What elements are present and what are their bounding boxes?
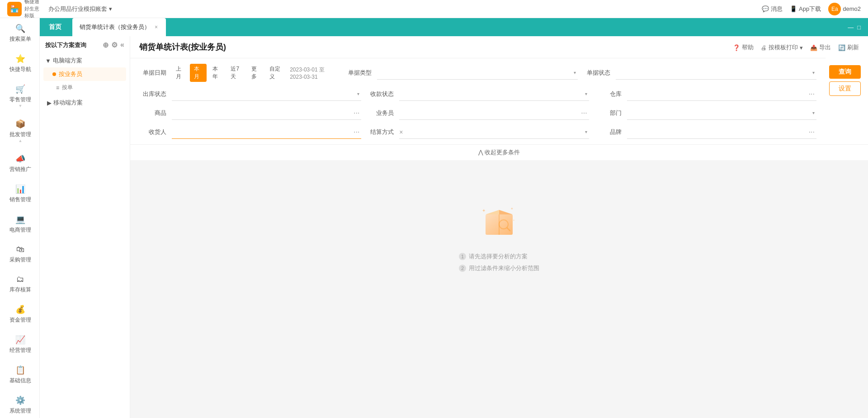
receipt-status-field[interactable]: ▾ [399,87,589,101]
goods-field[interactable]: ··· [172,106,361,120]
settlement-field[interactable]: × ▾ [399,125,589,139]
empty-tips: 1 请先选择要分析的方案 2 用过滤条件来缩小分析范围 [459,251,539,274]
sidebar-item-quicknav[interactable]: ⭐ 快捷导航 [0,48,39,79]
scheme-group-desktop-header[interactable]: ▼ 电脑端方案 [43,54,126,67]
user-area[interactable]: Ea demo2 [828,3,861,15]
settlement-clear-button[interactable]: × [399,128,403,136]
help-label: 帮助 [742,43,754,52]
marketing-icon: 📣 [15,154,25,164]
date-range: 2023-03-01 至 2023-03-31 [290,66,339,80]
chevron-right-icon: ▶ [47,100,52,106]
scheme-group-mobile-header[interactable]: ▶ 移动端方案 [43,96,126,109]
empty-tip-1-text: 请先选择要分析的方案 [469,251,528,262]
scheme-group-mobile-label: 移动端方案 [53,99,83,107]
query-button[interactable]: 查询 [829,65,861,79]
sidebar-item-ecommerce[interactable]: 💻 电商管理 [0,209,39,239]
sidebar-item-wholesale[interactable]: 📦 批发管理 ▲ [0,114,39,148]
tab-home[interactable]: 首页 [40,18,71,36]
sidebar-label-system: 系统管理 [9,407,31,415]
help-button[interactable]: ❓ 帮助 [733,43,754,52]
filter-main: 单据日期 上月 本月 本年 近7天 更多 自定义 2023-03-01 至 20… [130,58,826,144]
right-main: 销货单统计表(按业务员) ❓ 帮助 🖨 按模板打印 ▾ 📤 [130,36,868,418]
logo-text: 畅捷通 好生意 标版 [24,0,39,19]
sidebar-label-purchase: 采购管理 [9,256,31,264]
sidebar-item-finance[interactable]: 💰 资金管理 [0,299,39,329]
warehouse-dots-icon: ··· [809,90,815,98]
dept-field[interactable]: ▾ [627,106,816,120]
sidebar-item-marketing[interactable]: 📣 营销推广 [0,148,39,179]
brand-field[interactable]: ··· [627,125,816,139]
sidebar-item-inventory[interactable]: 🗂 库存核算 [0,269,39,299]
minimize-icon[interactable]: — [848,24,854,31]
settings-scheme-button[interactable]: ⚙ [111,41,118,49]
maximize-icon[interactable]: □ [857,24,861,31]
warehouse-field[interactable]: ··· [627,87,816,101]
date-btn-lastmonth[interactable]: 上月 [172,64,188,82]
collapse-panel-button[interactable]: « [120,41,124,49]
app-download-action[interactable]: 📱 App下载 [790,5,821,13]
refresh-icon: 🔄 [838,44,845,51]
tip-num-1: 1 [459,253,466,260]
scheme-group-mobile: ▶ 移动端方案 [40,96,130,109]
print-label: 按模板打印 [769,43,798,52]
refresh-button[interactable]: 🔄 刷新 [838,43,859,52]
collapse-row[interactable]: ⋀ 收起更多条件 [130,144,868,160]
left-panel-actions: ⊕ ⚙ « [103,41,124,49]
top-header: 🏪 畅捷通 好生意 标版 办公用品行业模拟账套 ▾ 💬 消息 📱 App下载 E… [0,0,868,18]
date-btn-thisyear[interactable]: 本年 [208,64,225,82]
sidebar-item-retail[interactable]: 🛒 零售管理 ▼ [0,79,39,114]
filter-row-date: 单据日期 上月 本月 本年 近7天 更多 自定义 2023-03-01 至 20… [139,64,816,82]
brand-label: 品牌 [594,128,622,136]
avatar: Ea [828,3,841,15]
salesman-field[interactable]: ··· [399,106,589,120]
wholesale-arrow: ▲ [19,138,23,143]
sidebar-item-sales[interactable]: 📊 销售管理 [0,179,39,209]
app-selector[interactable]: 办公用品行业模拟账套 ▾ [45,3,116,15]
message-icon: 💬 [762,5,769,12]
retail-icon: 🛒 [15,84,25,94]
sidebar-item-system[interactable]: ⚙️ 系统管理 [0,390,39,418]
sidebar-label-search: 搜索菜单 [9,35,31,43]
date-label: 单据日期 [139,69,166,77]
help-icon: ❓ [733,44,740,51]
date-btn-thismonth[interactable]: 本月 [190,64,206,82]
sidebar-label-marketing: 营销推广 [9,166,31,173]
tab-close-button[interactable]: × [154,23,159,31]
doctype-field[interactable]: ▾ [377,66,578,80]
tab-sales-stats[interactable]: 销货单统计表（按业务员） × [72,18,166,36]
tab-bar: 首页 销货单统计表（按业务员） × — □ [40,18,868,36]
consignee-field[interactable]: ··· [172,125,361,139]
wholesale-icon: 📦 [15,119,25,129]
print-button[interactable]: 🖨 按模板打印 ▾ [761,43,803,52]
sidebar-item-purchase[interactable]: 🛍 采购管理 [0,239,39,269]
export-button[interactable]: 📤 导出 [810,43,831,52]
salesman-label: 业务员 [367,109,394,117]
basic-icon: 📋 [15,365,25,375]
sidebar-item-search[interactable]: 🔍 搜索菜单 [0,18,39,48]
docstatus-field[interactable]: ▾ [616,66,816,80]
date-btn-more[interactable]: 更多 [247,64,264,82]
scheme-item-salesman[interactable]: 按业务员 [43,67,126,81]
scheme-sub-item-order-label: 按单 [62,84,73,91]
date-btn-7days[interactable]: 近7天 [226,64,245,82]
scheme-sub-item-order[interactable]: ≡ 按单 [43,81,126,94]
svg-text:✦: ✦ [482,208,486,213]
consignee-label: 收货人 [139,128,166,136]
left-panel: 按以下方案查询 ⊕ ⚙ « ▼ 电脑端方案 按业务员 [40,36,130,418]
collapse-label: 收起更多条件 [485,149,520,156]
add-scheme-button[interactable]: ⊕ [103,41,108,49]
sidebar-item-operation[interactable]: 📈 经营管理 [0,329,39,360]
settlement-label: 结算方式 [367,128,394,136]
collapse-icon: ⋀ [478,149,485,156]
sidebar-label-operation: 经营管理 [9,347,31,354]
date-btn-custom[interactable]: 自定义 [265,64,286,82]
empty-illustration: ✦ ✦ ✦ [476,196,522,242]
sidebar-item-basic[interactable]: 📋 基础信息 [0,360,39,390]
settings-button[interactable]: 设置 [829,81,861,96]
content-area: 首页 销货单统计表（按业务员） × — □ 按以下方案查询 ⊕ ⚙ « [40,18,868,418]
dept-label: 部门 [594,109,622,117]
ship-status-field[interactable]: ▾ [172,87,361,101]
page-title: 销货单统计表(按业务员) [139,42,226,58]
sidebar-label-finance: 资金管理 [9,316,31,324]
message-action[interactable]: 💬 消息 [762,5,783,13]
